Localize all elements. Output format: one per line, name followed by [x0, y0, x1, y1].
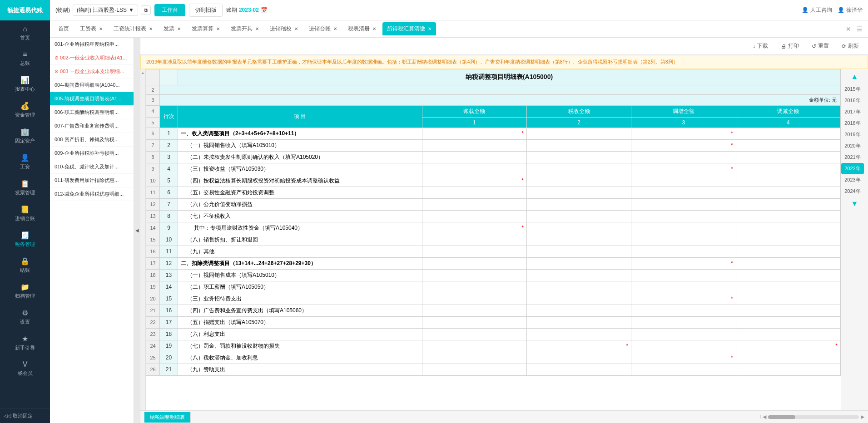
data-cell-row26-col4[interactable] — [736, 364, 840, 375]
left-panel-item-7[interactable]: 007-广告费和业务宣传费明... — [50, 119, 134, 133]
user-service-button[interactable]: 👤 人工咨询 — [802, 6, 832, 14]
user-avatar[interactable]: 👤 徐泽华 — [838, 6, 863, 14]
data-cell-row25-col3[interactable]: * — [631, 352, 736, 364]
download-button[interactable]: ↓ 下载 — [749, 40, 772, 52]
year-button[interactable]: 2019年 — [841, 129, 864, 140]
left-panel-item-1[interactable]: 001-企业所得税年度纳税申... — [50, 38, 134, 51]
sidebar-item-input-ledger[interactable]: 📒 进销台账 — [0, 201, 50, 226]
data-cell-row24-col1[interactable] — [422, 340, 526, 352]
data-cell-row10-col2[interactable] — [526, 175, 631, 187]
print-button[interactable]: 🖨 打印 — [777, 40, 803, 52]
data-cell-row18-col1[interactable] — [422, 269, 526, 281]
sidebar-item-new-guide[interactable]: ★ 新手引导 — [0, 330, 50, 356]
sidebar-item-asset-mgmt[interactable]: 💰 资金管理 — [0, 97, 50, 123]
data-cell-row6-col3[interactable]: * — [631, 128, 736, 139]
data-cell-row26-col1[interactable] — [422, 364, 526, 375]
data-cell-row19-col2[interactable] — [526, 281, 631, 293]
data-cell-row7-col4[interactable] — [736, 139, 840, 151]
data-cell-row17-col4[interactable] — [736, 257, 840, 269]
data-cell-row14-col3[interactable] — [631, 222, 736, 234]
unpin-button[interactable]: ◁◁ 取消固定 — [0, 408, 50, 423]
data-cell-row18-col3[interactable] — [631, 269, 736, 281]
year-nav-down[interactable]: ▼ — [849, 198, 860, 210]
data-cell-row18-col4[interactable] — [736, 269, 840, 281]
sidebar-item-archive[interactable]: 📁 归档管理 — [0, 278, 50, 304]
data-cell-row16-col1[interactable] — [422, 246, 526, 257]
data-cell-row15-col2[interactable] — [526, 234, 631, 246]
data-cell-row24-col2[interactable]: * — [526, 340, 631, 352]
data-cell-row7-col2[interactable] — [526, 139, 631, 151]
data-cell-row22-col1[interactable] — [422, 316, 526, 328]
sidebar-item-tax-mgmt[interactable]: 🧾 税务管理 — [0, 226, 50, 252]
sidebar-item-payroll[interactable]: 👤 工资 — [0, 149, 50, 175]
data-cell-row10-col4[interactable] — [736, 175, 840, 187]
data-cell-row8-col4[interactable] — [736, 151, 840, 163]
year-button[interactable]: 2016年 — [841, 95, 864, 106]
year-button[interactable]: 2023年 — [841, 174, 864, 186]
data-cell-row12-col4[interactable] — [736, 198, 840, 210]
data-cell-row11-col2[interactable] — [526, 187, 631, 198]
data-cell-row26-col2[interactable] — [526, 364, 631, 375]
data-cell-row6-col1[interactable]: * — [422, 128, 526, 139]
copy-button[interactable]: ⧉ — [141, 5, 151, 15]
data-cell-row15-col4[interactable] — [736, 234, 840, 246]
sidebar-item-general-ledger[interactable]: ≡ 总账 — [0, 46, 50, 71]
data-cell-row9-col1[interactable] — [422, 163, 526, 175]
data-cell-row11-col1[interactable] — [422, 187, 526, 198]
data-cell-row9-col3[interactable]: * — [631, 163, 736, 175]
year-button[interactable]: 2017年 — [841, 106, 864, 118]
horizontal-scrollbar[interactable] — [768, 415, 859, 419]
year-nav-up[interactable]: ▲ — [849, 71, 860, 83]
data-cell-row26-col3[interactable] — [631, 364, 736, 375]
year-button[interactable]: 2015年 — [841, 84, 864, 95]
data-cell-row23-col4[interactable] — [736, 328, 840, 340]
data-cell-row6-col2[interactable] — [526, 128, 631, 139]
data-cell-row16-col2[interactable] — [526, 246, 631, 257]
tab-close-icon[interactable]: ✕ — [177, 26, 181, 31]
data-cell-row25-col2[interactable] — [526, 352, 631, 364]
data-cell-row7-col1[interactable] — [422, 139, 526, 151]
data-cell-row24-col3[interactable] — [631, 340, 736, 352]
data-cell-row21-col4[interactable] — [736, 305, 840, 316]
data-cell-row12-col2[interactable] — [526, 198, 631, 210]
data-cell-row20-col2[interactable] — [526, 293, 631, 305]
tab-close-icon[interactable]: ✕ — [149, 26, 153, 31]
data-cell-row20-col4[interactable] — [736, 293, 840, 305]
tab-close-icon[interactable]: ✕ — [428, 26, 432, 31]
left-panel-item-2[interactable]: ⊘ 002-一般企业收入明细表(A1... — [50, 51, 134, 65]
data-cell-row22-col4[interactable] — [736, 316, 840, 328]
data-cell-row17-col3[interactable]: * — [631, 257, 736, 269]
data-cell-row7-col3[interactable]: * — [631, 139, 736, 151]
data-cell-row13-col4[interactable] — [736, 210, 840, 222]
data-cell-row24-col4[interactable]: * — [736, 340, 840, 352]
left-panel-item-12[interactable]: 012-减免企业所得税优惠明细... — [50, 187, 134, 201]
spreadsheet-container[interactable]: 纳税调整项目明细表(A105000) 2 3 金额单位: 元 — [146, 69, 841, 411]
tab-home[interactable]: 首页 — [54, 22, 74, 35]
data-cell-row18-col2[interactable] — [526, 269, 631, 281]
tab-input-check[interactable]: 进销稽校 ✕ — [265, 22, 303, 35]
data-cell-row16-col4[interactable] — [736, 246, 840, 257]
collapse-panel-button[interactable]: ◀ — [134, 38, 140, 423]
data-cell-row25-col4[interactable] — [736, 352, 840, 364]
tab-menu-button[interactable]: ☰ — [855, 25, 864, 34]
data-cell-row22-col2[interactable] — [526, 316, 631, 328]
tab-input-ledger[interactable]: 进销台账 ✕ — [304, 22, 342, 35]
tab-invoice-open[interactable]: 发票开具 ✕ — [226, 22, 263, 35]
sidebar-item-home[interactable]: ⌂ 首页 — [0, 20, 50, 46]
old-version-button[interactable]: 切到旧版 — [189, 4, 223, 17]
data-cell-row10-col3[interactable] — [631, 175, 736, 187]
data-cell-row23-col3[interactable] — [631, 328, 736, 340]
tab-invoice[interactable]: 发票 ✕ — [159, 22, 185, 35]
data-cell-row12-col1[interactable] — [422, 198, 526, 210]
data-cell-row14-col1[interactable]: * — [422, 222, 526, 234]
data-cell-row15-col3[interactable] — [631, 234, 736, 246]
data-cell-row10-col1[interactable]: * — [422, 175, 526, 187]
left-panel-item-4[interactable]: 004-期间费用明细表(A1040... — [50, 79, 134, 92]
tab-close-icon[interactable]: ✕ — [333, 26, 337, 31]
data-cell-row9-col4[interactable] — [736, 163, 840, 175]
left-panel-item-10[interactable]: 010-免税、减计收入及加计... — [50, 160, 134, 174]
data-cell-row11-col3[interactable] — [631, 187, 736, 198]
data-cell-row20-col1[interactable] — [422, 293, 526, 305]
data-cell-row21-col3[interactable] — [631, 305, 736, 316]
data-cell-row8-col2[interactable] — [526, 151, 631, 163]
